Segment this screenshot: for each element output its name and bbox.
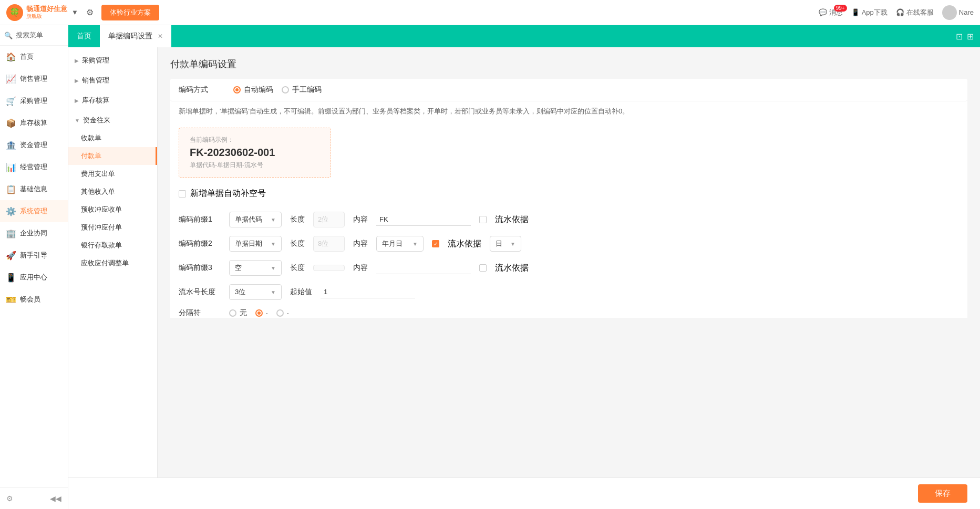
maximize-icon: ⊡ xyxy=(956,32,963,41)
encoding-method-row: 编码方式 自动编码 手工编码 xyxy=(170,79,967,101)
arrow-icon: ▶ xyxy=(75,58,79,64)
sep-dash[interactable]: · xyxy=(276,309,289,317)
prefix1-content-input[interactable] xyxy=(376,213,471,226)
radio-auto-circle xyxy=(233,86,241,94)
sep-dot-circle xyxy=(255,309,263,317)
auto-fill-checkbox[interactable] xyxy=(179,190,186,198)
sidebar-item-sales[interactable]: 📈 销售管理 xyxy=(0,68,68,90)
sidebar: 🔍 搜索菜单 🏠 首页 📈 销售管理 🛒 采购管理 📦 库存核算 🏦 资金管理 … xyxy=(0,25,68,509)
caret-icon: ▼ xyxy=(271,241,276,247)
prefix1-serial-checkbox[interactable] xyxy=(479,216,487,223)
app-center-icon: 📱 xyxy=(6,273,16,282)
sub-nav-group-inventory-title[interactable]: ▶ 库存核算 xyxy=(68,91,157,109)
sub-nav-item-bank-deposit[interactable]: 银行存取款单 xyxy=(68,236,157,254)
radio-auto[interactable]: 自动编码 xyxy=(233,85,273,95)
sidebar-item-member[interactable]: 🎫 畅会员 xyxy=(0,288,68,310)
sep-none[interactable]: 无 xyxy=(229,308,247,318)
avatar xyxy=(942,5,957,20)
content-area: 首页 单据编码设置 ✕ ⊡ ⊞ ▶ 采购管理 xyxy=(68,25,980,509)
home-icon: 🏠 xyxy=(6,52,16,61)
prefix3-length-label: 长度 xyxy=(290,263,305,273)
tab-home[interactable]: 首页 xyxy=(68,25,100,47)
sidebar-item-basic[interactable]: 📋 基础信息 xyxy=(0,178,68,200)
sub-nav-item-payment[interactable]: 付款单 xyxy=(68,147,157,165)
sub-nav-group-finance: ▼ 资金往来 收款单 付款单 费用支出单 其他收入单 预收冲应收单 预付冲应付单… xyxy=(68,111,157,272)
message-badge: 99+ xyxy=(834,5,847,12)
sub-nav-item-prepay-receive[interactable]: 预收冲应收单 xyxy=(68,201,157,219)
separator-label: 分隔符 xyxy=(179,308,221,318)
form-fields: 编码前缀1 单据代码 ▼ 长度 2位 内容 xyxy=(170,203,967,318)
tab-expand[interactable]: ⊡ ⊞ xyxy=(950,32,980,41)
sidebar-item-app[interactable]: 📱 应用中心 xyxy=(0,266,68,288)
sub-nav-item-prepay-pay[interactable]: 预付冲应付单 xyxy=(68,219,157,236)
prefix3-select[interactable]: 空 ▼ xyxy=(229,260,282,276)
prefix1-content-label: 内容 xyxy=(353,215,368,224)
operation-icon: 📊 xyxy=(6,162,16,172)
radio-manual[interactable]: 手工编码 xyxy=(282,85,322,95)
caret-icon: ▼ xyxy=(412,241,418,247)
prefix2-label: 编码前缀2 xyxy=(179,239,221,248)
caret-icon: ▼ xyxy=(510,241,515,247)
sub-nav-group-purchase-title[interactable]: ▶ 采购管理 xyxy=(68,51,157,69)
message-button[interactable]: 💬 消息 99+ xyxy=(819,8,843,17)
sidebar-item-system[interactable]: ⚙️ 系统管理 xyxy=(0,200,68,222)
logo: 🍀 畅通道好生意 旗舰版 xyxy=(6,4,67,21)
sub-nav-group-sales-title[interactable]: ▶ 销售管理 xyxy=(68,71,157,89)
tab-close-icon[interactable]: ✕ xyxy=(158,33,163,40)
prefix1-row: 编码前缀1 单据代码 ▼ 长度 2位 内容 xyxy=(179,212,959,227)
system-icon: ⚙️ xyxy=(6,206,16,216)
logo-text: 畅通道好生意 旗舰版 xyxy=(26,5,67,20)
sidebar-item-newguide[interactable]: 🚀 新手引导 xyxy=(0,244,68,266)
sub-nav-group-finance-title[interactable]: ▼ 资金往来 xyxy=(68,111,157,129)
sidebar-item-corp[interactable]: 🏢 企业协同 xyxy=(0,222,68,244)
sub-nav-item-expense[interactable]: 费用支出单 xyxy=(68,165,157,183)
prefix1-length-label: 长度 xyxy=(290,215,305,224)
prefix3-content-input[interactable] xyxy=(376,262,471,274)
collapse-icon[interactable]: ◀◀ xyxy=(50,494,61,503)
sidebar-item-finance[interactable]: 🏦 资金管理 xyxy=(0,134,68,156)
online-service-button[interactable]: 🎧 在线客服 xyxy=(896,8,934,17)
prefix3-label: 编码前缀3 xyxy=(179,263,221,273)
tab-encoding[interactable]: 单据编码设置 ✕ xyxy=(100,25,171,47)
user-area[interactable]: Nare xyxy=(942,5,974,20)
sidebar-item-inventory[interactable]: 📦 库存核算 xyxy=(0,112,68,134)
sidebar-item-operation[interactable]: 📊 经营管理 xyxy=(0,156,68,178)
prefix2-content-select[interactable]: 年月日 ▼ xyxy=(376,236,424,252)
prefix1-length-input: 2位 xyxy=(313,212,345,227)
app-download-button[interactable]: 📱 App下载 xyxy=(851,8,888,17)
nav-dropdown[interactable]: ▼ xyxy=(71,8,78,16)
trial-button[interactable]: 体验行业方案 xyxy=(101,5,159,20)
separator-options: 无 · · xyxy=(229,308,289,318)
search-icon: 🔍 xyxy=(4,32,13,39)
sep-dash-circle xyxy=(276,309,284,317)
settings-button[interactable]: ⚙ xyxy=(82,5,97,20)
sidebar-item-home[interactable]: 🏠 首页 xyxy=(0,46,68,68)
prefix3-content-label: 内容 xyxy=(353,263,368,273)
sales-icon: 📈 xyxy=(6,74,16,84)
inner-layout: ▶ 采购管理 ▶ 销售管理 ▶ 库存核算 xyxy=(68,47,980,477)
member-icon: 🎫 xyxy=(6,295,16,304)
sub-nav-item-other-income[interactable]: 其他收入单 xyxy=(68,183,157,201)
serial-length-label: 流水号长度 xyxy=(179,287,221,297)
search-menu[interactable]: 🔍 搜索菜单 xyxy=(0,25,68,46)
settings-bottom-icon[interactable]: ⚙ xyxy=(6,494,13,503)
encoding-section: 编码方式 自动编码 手工编码 新增单据时，'单据编码 xyxy=(170,79,967,318)
prefix3-serial-checkbox[interactable] xyxy=(479,264,487,272)
prefix2-serial-checkbox[interactable]: ✓ xyxy=(432,240,439,247)
topbar-center: ▼ ⚙ 体验行业方案 xyxy=(71,5,159,20)
prefix1-select[interactable]: 单据代码 ▼ xyxy=(229,212,282,227)
start-value-input[interactable] xyxy=(321,286,415,298)
fullscreen-icon: ⊞ xyxy=(967,32,974,41)
sep-dot[interactable]: · xyxy=(255,309,268,317)
corp-icon: 🏢 xyxy=(6,228,16,238)
prefix2-unit-select[interactable]: 日 ▼ xyxy=(490,236,521,252)
arrow-down-icon: ▼ xyxy=(75,118,80,123)
prefix2-select[interactable]: 单据日期 ▼ xyxy=(229,236,282,252)
sub-nav-item-receipt[interactable]: 收款单 xyxy=(68,129,157,147)
prefix1-serial-label: 流水依据 xyxy=(495,214,529,225)
sidebar-item-purchase[interactable]: 🛒 采购管理 xyxy=(0,90,68,112)
sub-nav-item-ar-ap[interactable]: 应收应付调整单 xyxy=(68,254,157,272)
save-button[interactable]: 保存 xyxy=(918,484,967,503)
prefix2-row: 编码前缀2 单据日期 ▼ 长度 8位 内容 年月日 xyxy=(179,236,959,252)
serial-length-select[interactable]: 3位 ▼ xyxy=(229,284,282,300)
